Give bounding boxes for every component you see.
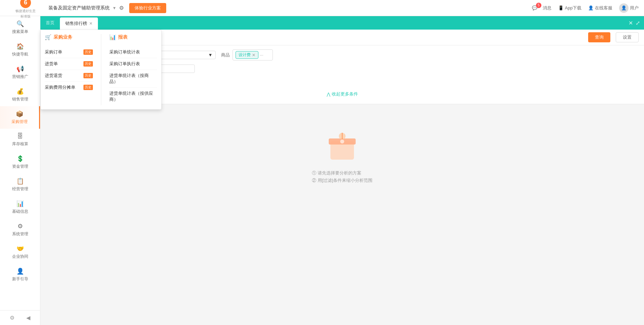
- header-right: 💬 5 消息 📱 App下载 👤 在线客服 👤 用户: [532, 3, 639, 13]
- tab-sales-rank[interactable]: 销售排行榜 ✕: [60, 17, 98, 30]
- sidebar-enterprise-label: 企业协同: [12, 254, 28, 259]
- stock-in-stats-supplier-label: 进货单统计表（按供应商）: [109, 90, 157, 103]
- column-divider: [101, 34, 101, 105]
- sidebar-item-purchase[interactable]: 📦 采购管理: [0, 106, 40, 129]
- tab-bar-actions: ✕ ⤢: [629, 20, 644, 26]
- sidebar-item-operations[interactable]: 📋 经营管理: [0, 173, 40, 196]
- purchase-col-icon: 🛒: [45, 34, 51, 40]
- app-download-label: App下载: [565, 5, 581, 11]
- online-service-button[interactable]: 👤 在线客服: [588, 5, 612, 11]
- select-arrow-icon: ▼: [208, 52, 213, 57]
- trial-button[interactable]: 体验行业方案: [129, 3, 166, 13]
- stock-in-stats-goods-item[interactable]: 进货单统计表（按商品）: [109, 70, 157, 88]
- purchase-order-history-badge: 历史: [83, 49, 93, 55]
- purchase-order-stats-item[interactable]: 采购订单统计表: [109, 46, 157, 58]
- purchase-icon: 📦: [16, 110, 23, 118]
- purchase-order-stats-label: 采购订单统计表: [109, 49, 140, 55]
- inventory-icon: 🗄: [17, 133, 23, 140]
- query-button[interactable]: 查询: [588, 32, 610, 42]
- sidebar-collapse-icon[interactable]: ◀: [26, 315, 30, 321]
- purchase-expense-label: 采购费用分摊单: [45, 84, 75, 90]
- sidebar-settings-icon[interactable]: ⚙: [10, 315, 14, 321]
- purchase-dropdown-menu: 🛒 采购业务 采购订单 历史 进货单 历史 进货退货 历史 采购费用分摊单 历史: [40, 30, 162, 110]
- sidebar-newbie-label: 新手引导: [12, 276, 28, 282]
- sidebar: 🔍 搜索菜单 🏠 快捷导航 📢 营销推广 💰 销售管理 📦 采购管理 🗄 库存核…: [0, 16, 40, 325]
- mobile-icon: 📱: [558, 5, 564, 10]
- stock-in-item[interactable]: 进货单 历史: [45, 58, 93, 70]
- user-area[interactable]: 👤 用户: [619, 3, 639, 13]
- stock-in-stats-goods-label: 进货单统计表（按商品）: [109, 73, 157, 85]
- search-icon: 🔍: [16, 20, 24, 28]
- empty-hint-1: ① 请先选择要分析的方案 ② 用[过滤]条件来缩小分析范围: [312, 169, 372, 185]
- tab-expand-icon[interactable]: ⤢: [636, 20, 640, 26]
- sidebar-sales-label: 销售管理: [12, 96, 28, 102]
- dropdown-cols: 🛒 采购业务 采购订单 历史 进货单 历史 进货退货 历史 采购费用分摊单 历史: [45, 34, 157, 105]
- dropdown-arrow-icon[interactable]: ▼: [112, 6, 116, 10]
- logo-area: 6 畅捷通好生意 标准版: [5, 0, 46, 19]
- marketing-icon: 📢: [16, 65, 24, 73]
- purchase-col-title: 🛒 采购业务: [45, 34, 93, 42]
- purchase-expense-history-badge: 历史: [83, 85, 93, 90]
- sidebar-bottom: ⚙ ◀: [0, 310, 40, 325]
- settings-button[interactable]: 设置: [616, 32, 639, 42]
- purchase-order-exec-item[interactable]: 采购订单执行表: [109, 58, 157, 70]
- purchase-order-exec-label: 采购订单执行表: [109, 61, 140, 67]
- sidebar-item-finance[interactable]: 💲 资金管理: [0, 151, 40, 173]
- stock-in-stats-supplier-item[interactable]: 进货单统计表（按供应商）: [109, 88, 157, 105]
- app-download-button[interactable]: 📱 App下载: [558, 5, 581, 11]
- sidebar-finance-label: 资金管理: [12, 164, 28, 169]
- system-icon: ⚙: [17, 222, 23, 230]
- finance-icon: 💲: [16, 155, 24, 162]
- sidebar-item-enterprise[interactable]: 🤝 企业协同: [0, 241, 40, 263]
- sidebar-item-sales[interactable]: 💰 销售管理: [0, 84, 40, 106]
- sidebar-item-marketing[interactable]: 📢 营销推广: [0, 61, 40, 84]
- purchase-order-label: 采购订单: [45, 49, 62, 55]
- messages-button[interactable]: 💬 5 消息: [532, 5, 551, 11]
- goods-tag-remove[interactable]: ✕: [252, 53, 255, 57]
- logo-icon: 6: [20, 0, 31, 8]
- settings-gear-icon[interactable]: ⚙: [119, 5, 124, 11]
- stock-return-history-badge: 历史: [83, 73, 93, 78]
- brand-name: 畅捷通好生意: [15, 9, 36, 13]
- enterprise-icon: 🤝: [16, 245, 24, 252]
- user-label: 用户: [630, 5, 639, 11]
- messages-label: 消息: [543, 5, 551, 11]
- report-col-title: 📊 报表: [109, 34, 157, 42]
- newbie-icon: 👤: [16, 268, 24, 275]
- sidebar-operations-label: 经营管理: [12, 186, 28, 192]
- stock-in-history-badge: 历史: [83, 61, 93, 67]
- goods-label: 商品: [221, 52, 230, 58]
- stock-return-label: 进货退货: [45, 73, 62, 79]
- goods-input[interactable]: 设计费 ✕ ···: [232, 49, 273, 60]
- goods-more-dots[interactable]: ···: [260, 52, 263, 57]
- empty-state: ① 请先选择要分析的方案 ② 用[过滤]条件来缩小分析范围: [40, 104, 644, 212]
- purchase-expense-item[interactable]: 采购费用分摊单 历史: [45, 82, 93, 93]
- system-title-text: 装备及固定资产辅助管理系统: [48, 5, 110, 11]
- collapse-label: 收起更多条件: [332, 91, 358, 97]
- sidebar-item-system[interactable]: ⚙ 系统管理: [0, 218, 40, 241]
- sidebar-marketing-label: 营销推广: [12, 74, 28, 80]
- goods-filter: 商品 设计费 ✕ ···: [221, 49, 273, 60]
- goods-tag: 设计费 ✕: [236, 51, 258, 59]
- sidebar-item-newbie[interactable]: 👤 新手引导: [0, 263, 40, 286]
- sidebar-item-basic-info[interactable]: 📊 基础信息: [0, 196, 40, 218]
- sidebar-purchase-label: 采购管理: [11, 119, 28, 125]
- purchase-order-item[interactable]: 采购订单 历史: [45, 46, 93, 58]
- sidebar-item-inventory[interactable]: 🗄 库存核算: [0, 129, 40, 151]
- tab-bar: 首页 销售排行榜 ✕ ✕ ⤢: [40, 16, 644, 30]
- sidebar-system-label: 系统管理: [12, 231, 28, 237]
- svg-point-2: [340, 139, 344, 144]
- top-header: 6 畅捷通好生意 标准版 装备及固定资产辅助管理系统 ▼ ⚙ 体验行业方案 💬 …: [0, 0, 644, 16]
- sidebar-item-search[interactable]: 🔍 搜索菜单: [0, 16, 40, 39]
- report-col-title-text: 报表: [118, 34, 128, 40]
- collapse-arrow-icon: ⋀: [327, 92, 330, 97]
- home-icon: 🏠: [16, 43, 24, 50]
- tab-close-all-icon[interactable]: ✕: [629, 20, 633, 26]
- sidebar-quick-nav-label: 快捷导航: [12, 51, 28, 57]
- system-title-area: 装备及固定资产辅助管理系统 ▼: [48, 5, 116, 11]
- tab-close-icon[interactable]: ✕: [89, 21, 93, 26]
- service-icon: 👤: [588, 5, 594, 10]
- message-badge: 5: [536, 3, 541, 8]
- sidebar-item-quick-nav[interactable]: 🏠 快捷导航: [0, 39, 40, 61]
- stock-return-item[interactable]: 进货退货 历史: [45, 70, 93, 82]
